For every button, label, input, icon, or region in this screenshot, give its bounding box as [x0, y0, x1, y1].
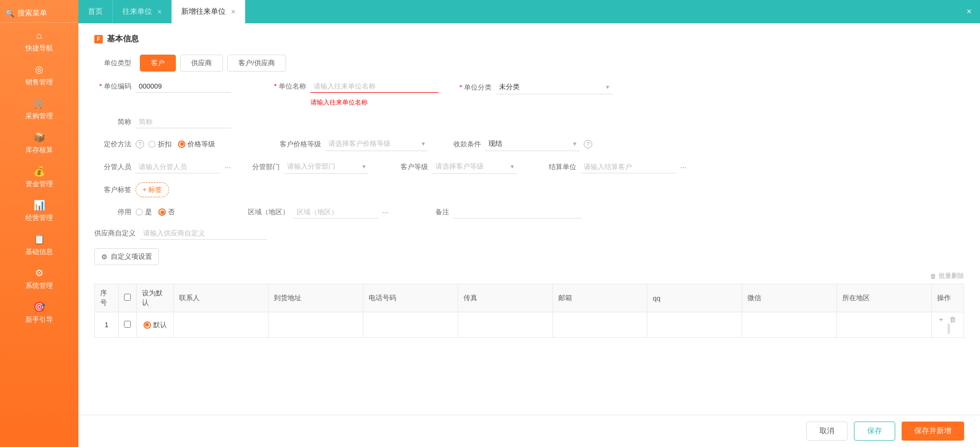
- customer-price-label: 客户价格等级: [280, 139, 321, 149]
- custom-settings-button[interactable]: ⚙ 自定义项设置: [94, 248, 159, 265]
- tab-home[interactable]: 首页: [78, 0, 113, 23]
- batch-delete-label[interactable]: 批量删除: [939, 271, 964, 281]
- gear-settings-icon: ⚙: [101, 253, 108, 261]
- sidebar-item-label: 经营管理: [25, 213, 53, 223]
- row-address: [269, 312, 363, 338]
- region-input[interactable]: [293, 206, 378, 218]
- payment-term-select[interactable]: 现结 ▾: [485, 137, 580, 151]
- pricing-discount[interactable]: 折扣: [148, 139, 172, 149]
- tab-new-partner-close[interactable]: ×: [231, 8, 235, 15]
- fax-input[interactable]: [464, 319, 547, 331]
- payment-term-info-icon[interactable]: ?: [584, 140, 592, 148]
- sidebar-item-sales[interactable]: ◎ 销售管理: [0, 58, 78, 92]
- sidebar-search-label: 搜索菜单: [17, 8, 47, 18]
- tab-partners-close[interactable]: ×: [157, 8, 162, 15]
- sidebar-item-inventory[interactable]: 📦 库存核算: [0, 126, 78, 160]
- department-label: 分管部门: [243, 162, 280, 172]
- region-more-icon[interactable]: ···: [382, 208, 389, 216]
- pricing-radio-group: 折扣 价格等级: [148, 139, 215, 149]
- col-contact: 联系人: [174, 284, 269, 312]
- col-default: 设为默认: [137, 284, 174, 312]
- row-fax: [458, 312, 553, 338]
- select-all-checkbox[interactable]: [124, 294, 131, 301]
- global-close-button[interactable]: ×: [958, 0, 980, 23]
- tab-bar: 首页 往来单位 × 新增往来单位 × ×: [78, 0, 980, 23]
- unit-name-input[interactable]: [310, 80, 439, 93]
- unit-type-supplier[interactable]: 供应商: [180, 55, 223, 72]
- pricing-info-icon[interactable]: ?: [136, 140, 144, 148]
- custom-settings-label: 自定义项设置: [111, 252, 152, 261]
- basic-info-icon: 📋: [33, 233, 45, 245]
- add-row-button[interactable]: +: [939, 315, 943, 323]
- phone-input[interactable]: [369, 319, 452, 331]
- unit-type-both[interactable]: 客户/供应商: [227, 55, 286, 72]
- email-input[interactable]: [558, 319, 642, 331]
- system-icon: ⚙: [35, 267, 43, 279]
- page-footer: 取消 保存 保存并新增: [78, 415, 980, 447]
- delete-row-button[interactable]: 🗑: [949, 315, 956, 323]
- add-tag-button[interactable]: + 标签: [136, 182, 169, 197]
- department-field: 分管部门 请输入分管部门 ▾: [243, 160, 380, 174]
- customer-price-select[interactable]: 请选择客户价格等级 ▾: [325, 137, 428, 151]
- cancel-button[interactable]: 取消: [806, 422, 848, 441]
- address-input[interactable]: [274, 319, 358, 331]
- sidebar-item-label: 资金管理: [25, 179, 53, 189]
- disable-no[interactable]: 否: [158, 207, 175, 217]
- sidebar: 🔍 搜索菜单 ⌂ 快捷导航 ◎ 销售管理 🛒 采购管理 📦 库存核算 💰 资金管…: [0, 0, 78, 447]
- short-name-input[interactable]: [136, 116, 231, 128]
- tab-partners[interactable]: 往来单位 ×: [113, 0, 172, 23]
- sidebar-item-new-guide[interactable]: 🎯 新手引导: [0, 296, 78, 330]
- unit-type-field: 单位类型 客户 供应商 客户/供应商: [94, 55, 964, 72]
- wechat-input[interactable]: [747, 319, 831, 331]
- sidebar-item-system[interactable]: ⚙ 系统管理: [0, 262, 78, 296]
- unit-type-customer[interactable]: 客户: [140, 55, 176, 72]
- col-address: 到货地址: [269, 284, 363, 312]
- manager-field: 分管人员 ···: [94, 161, 232, 173]
- row-qq: [647, 312, 742, 338]
- save-new-button[interactable]: 保存并新增: [902, 422, 964, 441]
- remark-label: 备注: [412, 207, 449, 217]
- unit-code-label: 单位编码: [94, 82, 131, 91]
- manager-input[interactable]: [136, 161, 220, 173]
- col-action: 操作: [931, 284, 964, 312]
- row-checkbox[interactable]: [124, 321, 131, 328]
- main-area: 首页 往来单位 × 新增往来单位 × × F 基本信息 单位类型 客户 供应商: [78, 0, 980, 447]
- tab-home-label: 首页: [88, 7, 103, 16]
- unit-type-row: 单位类型 客户 供应商 客户/供应商: [94, 55, 964, 72]
- manager-more-icon[interactable]: ···: [225, 163, 231, 171]
- sidebar-item-quick-nav[interactable]: ⌂ 快捷导航: [0, 25, 78, 58]
- location-input[interactable]: [842, 319, 926, 331]
- payment-term-value: 现结: [488, 139, 573, 148]
- unit-code-input[interactable]: [136, 80, 231, 93]
- customer-level-select[interactable]: 请选择客户等级 ▾: [432, 160, 517, 174]
- pricing-level[interactable]: 价格等级: [178, 139, 215, 149]
- department-select[interactable]: 请输入分管部门 ▾: [284, 160, 369, 174]
- remark-input[interactable]: [453, 206, 582, 218]
- col-no: 序号: [95, 284, 119, 312]
- sidebar-search[interactable]: 🔍 搜索菜单: [0, 4, 78, 23]
- payment-term-field: 收款条件 现结 ▾ ?: [444, 137, 592, 151]
- sidebar-item-basic-info[interactable]: 📋 基础信息: [0, 228, 78, 262]
- save-button[interactable]: 保存: [854, 422, 895, 441]
- disable-region-row: 停用 是 否 区域（地区） ···: [94, 206, 964, 218]
- sidebar-item-finance[interactable]: 💰 资金管理: [0, 160, 78, 194]
- contact-input[interactable]: [179, 319, 263, 331]
- sidebar-item-purchase[interactable]: 🛒 采购管理: [0, 92, 78, 126]
- batch-delete-area: 🗑 批量删除: [94, 271, 964, 281]
- settlement-input[interactable]: [581, 161, 676, 173]
- qq-input[interactable]: [653, 319, 736, 331]
- col-phone: 电话号码: [363, 284, 458, 312]
- tab-spacer: [245, 0, 958, 23]
- table-header-row: 序号 设为默认 联系人 到货地址 电话号码 传真 邮箱 qq 微信 所在地区 操…: [95, 284, 964, 312]
- unit-category-select[interactable]: 未分类 ▾: [496, 80, 612, 94]
- sidebar-item-label: 销售管理: [25, 77, 53, 87]
- disable-yes[interactable]: 是: [136, 207, 152, 217]
- chevron-dept-icon: ▾: [362, 163, 366, 170]
- row-default-radio[interactable]: 默认: [142, 320, 168, 330]
- unit-code-field: 单位编码: [94, 80, 253, 93]
- tab-new-partner[interactable]: 新增往来单位 ×: [172, 0, 245, 23]
- short-name-label: 简称: [94, 117, 131, 127]
- settlement-more-icon[interactable]: ···: [680, 163, 687, 171]
- sidebar-item-operations[interactable]: 📊 经营管理: [0, 194, 78, 228]
- supplier-custom-input[interactable]: [140, 227, 267, 240]
